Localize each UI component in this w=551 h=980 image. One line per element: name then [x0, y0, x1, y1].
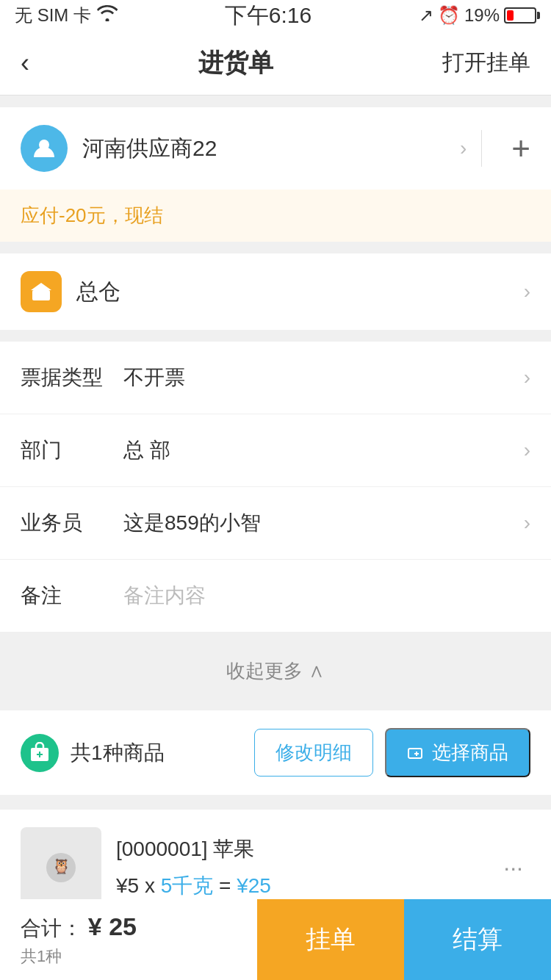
warehouse-chevron-icon: ›	[524, 280, 530, 303]
total-count: 共1种	[21, 945, 237, 968]
status-right: ↗ ⏰ 19%	[419, 5, 536, 26]
product-count-icon	[21, 734, 59, 772]
notice-text: 应付-20元，现结	[21, 204, 163, 226]
select-product-label: 选择商品	[432, 740, 508, 765]
supplier-row[interactable]: 河南供应商22 › +	[0, 107, 551, 190]
product-thumbnail: 🦉	[21, 827, 101, 908]
page-title: 进货单	[198, 46, 273, 80]
product-more-button[interactable]: ···	[496, 847, 530, 889]
invoice-value: 不开票	[109, 364, 524, 392]
warehouse-name: 总仓	[76, 277, 524, 307]
product-section: 共1种商品 修改明细 选择商品	[0, 710, 551, 795]
invoice-row[interactable]: 票据类型 不开票 ›	[0, 342, 551, 414]
product-unit-price: ¥5	[116, 874, 139, 897]
add-button[interactable]: +	[511, 130, 530, 167]
dept-label: 部门	[21, 436, 109, 464]
total-row: 合计： ¥ 25	[21, 912, 237, 943]
invoice-label: 票据类型	[21, 364, 109, 392]
product-info: [0000001] 苹果 ¥5 x 5千克 = ¥25	[116, 835, 481, 900]
warehouse-icon	[21, 271, 62, 312]
battery-icon	[504, 7, 536, 24]
product-price: ¥5 x 5千克 = ¥25	[116, 872, 481, 900]
warehouse-row[interactable]: 总仓 ›	[0, 253, 551, 330]
nav-bar: ‹ 进货单 打开挂单	[0, 31, 551, 96]
bottom-bar: 合计： ¥ 25 共1种 挂单 结算	[0, 899, 551, 980]
collapse-bar[interactable]: 收起更多 ∧	[0, 644, 551, 699]
divider	[481, 130, 482, 167]
checkout-button[interactable]: 结算	[404, 899, 551, 980]
salesman-label: 业务员	[21, 509, 109, 537]
spacer-product	[0, 807, 551, 808]
remark-value: 备注内容	[109, 582, 530, 610]
product-header: 共1种商品 修改明细 选择商品	[0, 710, 551, 795]
notice-bar: 应付-20元，现结	[0, 190, 551, 242]
cart-icon	[407, 743, 426, 763]
product-name-text: 苹果	[213, 837, 254, 860]
battery-fill	[507, 10, 514, 21]
open-hang-button[interactable]: 打开挂单	[442, 48, 530, 78]
product-quantity: 5千克	[161, 874, 214, 897]
product-total: ¥25	[237, 874, 271, 897]
remark-row[interactable]: 备注 备注内容	[0, 560, 551, 632]
hang-button[interactable]: 挂单	[257, 899, 404, 980]
select-product-button[interactable]: 选择商品	[385, 728, 530, 777]
salesman-value: 这是859的小智	[109, 509, 524, 537]
total-label: 合计：	[21, 917, 82, 940]
total-amount: ¥ 25	[88, 912, 137, 940]
status-left: 无 SIM 卡	[15, 4, 118, 27]
battery-percent: 19%	[464, 5, 500, 26]
supplier-name: 河南供应商22	[82, 134, 460, 164]
supplier-chevron-icon: ›	[460, 137, 467, 160]
invoice-chevron-icon: ›	[524, 366, 530, 389]
dept-value: 总 部	[109, 436, 524, 464]
total-area: 合计： ¥ 25 共1种	[0, 899, 257, 980]
alarm-icon: ⏰	[438, 5, 460, 26]
equals-sign: =	[219, 874, 237, 897]
product-count-text: 共1种商品	[71, 739, 242, 767]
product-name: [0000001] 苹果	[116, 835, 481, 863]
collapse-label: 收起更多 ∧	[226, 658, 324, 684]
wifi-icon	[97, 5, 118, 26]
modify-detail-button[interactable]: 修改明细	[254, 729, 373, 777]
supplier-section: 河南供应商22 › + 应付-20元，现结	[0, 107, 551, 242]
status-time: 下午6:16	[225, 1, 311, 31]
salesman-row[interactable]: 业务员 这是859的小智 ›	[0, 487, 551, 560]
sim-text: 无 SIM 卡	[15, 4, 91, 27]
product-thumb-icon: 🦉	[39, 846, 83, 890]
spacer-mid	[0, 699, 551, 710]
dept-chevron-icon: ›	[524, 439, 530, 462]
svg-rect-3	[38, 295, 44, 300]
status-bar: 无 SIM 卡 下午6:16 ↗ ⏰ 19%	[0, 0, 551, 31]
supplier-avatar	[21, 125, 68, 172]
svg-marker-2	[31, 283, 51, 290]
remark-label: 备注	[21, 582, 109, 610]
product-code: [0000001]	[116, 837, 208, 860]
svg-text:🦉: 🦉	[52, 857, 71, 875]
spacer-top	[0, 96, 551, 107]
warehouse-section: 总仓 ›	[0, 253, 551, 330]
back-button[interactable]: ‹	[21, 48, 29, 79]
salesman-chevron-icon: ›	[524, 511, 530, 535]
location-icon: ↗	[419, 5, 433, 26]
multiply-sign: x	[145, 874, 161, 897]
form-section: 票据类型 不开票 › 部门 总 部 › 业务员 这是859的小智 › 备注 备注…	[0, 342, 551, 632]
dept-row[interactable]: 部门 总 部 ›	[0, 414, 551, 487]
